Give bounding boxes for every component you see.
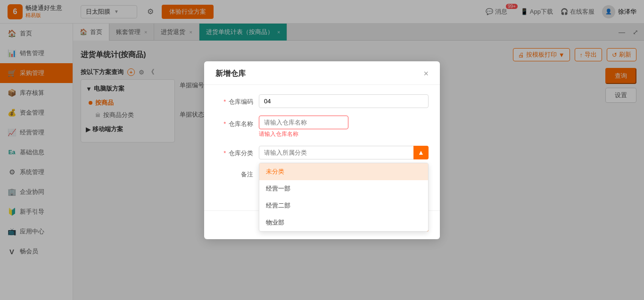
dropdown-item-0[interactable]: 未分类 [259,163,428,180]
name-label: * 仓库名称 [215,117,253,128]
modal-header: 新增仓库 × [204,61,440,85]
name-error-msg: 请输入仓库名称 [259,130,298,138]
modal-title: 新增仓库 [215,69,246,79]
chevron-up-icon: ▲ [418,149,424,156]
dropdown-item-1[interactable]: 经营一部 [259,180,428,197]
form-row-name: * 仓库名称 请输入仓库名称 [215,116,429,138]
classify-label: * 仓库分类 [215,146,253,158]
classify-input[interactable] [259,146,429,159]
classify-dropdown-list: 未分类 经营一部 经营二部 物业部 [259,163,429,232]
code-label: * 仓库编码 [215,94,253,106]
dropdown-item-3[interactable]: 物业部 [259,214,428,231]
modal-body: * 仓库编码 * 仓库名称 请输入仓库名称 * [204,85,440,210]
name-input[interactable] [259,116,348,129]
new-warehouse-modal: 新增仓库 × * 仓库编码 * 仓库名称 [204,61,440,239]
remark-label: 备注 [215,167,253,179]
form-row-code: * 仓库编码 [215,94,429,108]
form-row-classify: * 仓库分类 ▲ 未分类 经营一部 经营二部 物业部 [215,146,429,159]
code-input[interactable] [259,94,429,108]
modal-overlay: 新增仓库 × * 仓库编码 * 仓库名称 [0,0,644,300]
classify-dropdown-toggle[interactable]: ▲ [413,146,429,159]
modal-close-button[interactable]: × [423,69,429,78]
dropdown-item-2[interactable]: 经营二部 [259,197,428,214]
classify-input-wrap: ▲ 未分类 经营一部 经营二部 物业部 [259,146,429,159]
